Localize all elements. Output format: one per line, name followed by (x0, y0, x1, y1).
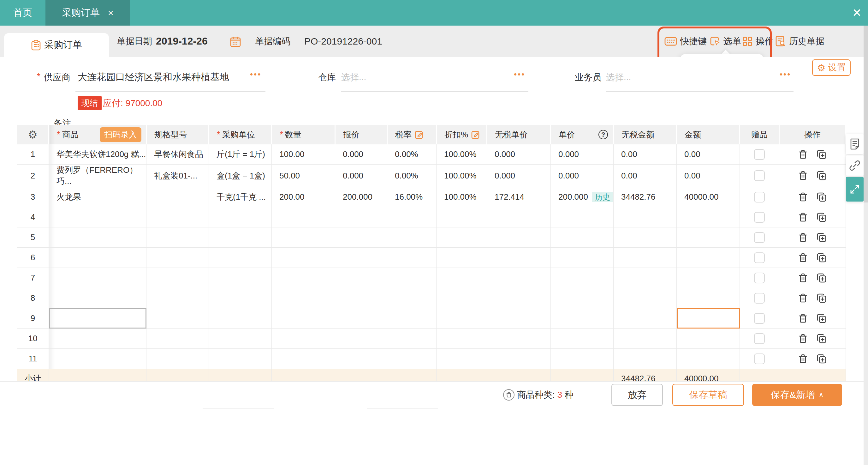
cell-product[interactable] (49, 207, 147, 228)
copy-row-button[interactable] (816, 333, 827, 344)
gift-checkbox[interactable] (754, 253, 765, 263)
cell-discount[interactable] (436, 328, 487, 349)
note-panel-button[interactable] (846, 134, 864, 154)
cell-qty[interactable] (272, 248, 335, 268)
cell-price[interactable] (551, 328, 614, 349)
cell-tax-free-amount[interactable]: 34482.76 (614, 187, 677, 207)
copy-row-button[interactable] (816, 253, 827, 263)
cell-price[interactable] (551, 248, 614, 268)
cell-qty[interactable] (272, 207, 335, 228)
shortcut-button[interactable]: 快捷键 (664, 26, 707, 57)
copy-row-button[interactable] (816, 192, 827, 202)
cell-tax-free-price[interactable] (487, 308, 551, 328)
cell-spec[interactable] (147, 328, 209, 349)
cell-tax-free-price[interactable] (487, 228, 551, 248)
history-price-badge[interactable]: 历史 (592, 192, 613, 202)
calendar-icon[interactable] (230, 36, 241, 48)
cell-discount[interactable] (436, 248, 487, 268)
cell-unit[interactable]: 斤(1斤 = 1斤) (209, 144, 272, 165)
cell-unit[interactable]: 千克(1千克 ... (209, 187, 272, 207)
column-settings-header[interactable]: ⚙ (17, 125, 49, 144)
cell-quote[interactable]: 0.000 (335, 144, 387, 165)
cell-discount[interactable] (436, 228, 487, 248)
warehouse-more-button[interactable]: ••• (514, 69, 525, 79)
cell-price[interactable]: 200.000历史 (551, 187, 614, 207)
cell-amount[interactable] (677, 248, 740, 268)
cell-price[interactable]: 0.000 (551, 144, 614, 165)
delete-row-button[interactable] (798, 333, 808, 344)
cell-qty[interactable] (272, 328, 335, 349)
copy-row-button[interactable] (816, 313, 827, 323)
gift-checkbox[interactable] (754, 313, 765, 324)
save-draft-button[interactable]: 保存草稿 (672, 384, 744, 406)
cell-quote[interactable]: 0.000 (335, 165, 387, 187)
cell-product[interactable]: 火龙果 (49, 187, 147, 207)
copy-row-button[interactable] (816, 293, 827, 303)
save-and-new-button[interactable]: 保存&新增 ∧ (752, 384, 842, 406)
gift-checkbox[interactable] (754, 149, 765, 160)
cell-unit[interactable] (209, 268, 272, 288)
delete-row-button[interactable] (798, 354, 808, 364)
cell-product[interactable] (49, 288, 147, 308)
cell-amount[interactable]: 0.00 (677, 144, 740, 165)
edit-icon[interactable] (471, 130, 480, 139)
cell-amount[interactable] (677, 349, 740, 369)
cell-qty[interactable]: 50.00 (272, 165, 335, 187)
cell-qty[interactable] (272, 268, 335, 288)
delete-row-button[interactable] (798, 149, 808, 159)
scrollbar-thumb[interactable] (864, 26, 868, 203)
cell-product[interactable] (49, 268, 147, 288)
gift-checkbox[interactable] (754, 232, 765, 243)
settings-button[interactable]: ⚙ 设置 (812, 59, 850, 76)
attachment-link-button[interactable] (846, 155, 864, 176)
cell-unit[interactable] (209, 308, 272, 328)
cell-discount[interactable]: 100.00% (436, 187, 487, 207)
copy-row-button[interactable] (816, 354, 827, 364)
delete-row-button[interactable] (798, 192, 808, 202)
expand-panel-button[interactable] (846, 177, 864, 202)
delete-row-button[interactable] (798, 293, 808, 303)
cell-spec[interactable] (147, 228, 209, 248)
cell-amount[interactable] (677, 308, 740, 328)
copy-row-button[interactable] (816, 171, 827, 181)
cell-tax-free-amount[interactable]: 0.00 (614, 165, 677, 187)
window-close-icon[interactable]: ✕ (852, 0, 862, 26)
copy-row-button[interactable] (816, 149, 827, 159)
cell-quote[interactable] (335, 207, 387, 228)
cell-product[interactable] (49, 248, 147, 268)
cell-tax-free-amount[interactable] (614, 349, 677, 369)
cell-tax-free-price[interactable] (487, 248, 551, 268)
help-icon[interactable]: ? (598, 130, 608, 139)
warehouse-input[interactable]: 选择... (341, 71, 366, 83)
cell-discount[interactable] (436, 268, 487, 288)
cell-tax-rate[interactable] (387, 328, 436, 349)
cell-quote[interactable] (335, 349, 387, 369)
gift-checkbox[interactable] (754, 272, 765, 283)
doc-type-tab[interactable]: 采购订单 (4, 33, 109, 57)
cell-spec[interactable] (147, 288, 209, 308)
cell-qty[interactable] (272, 288, 335, 308)
cell-quote[interactable]: 200.000 (335, 187, 387, 207)
cell-discount[interactable] (436, 288, 487, 308)
action-button[interactable]: 操作 (742, 26, 773, 57)
cell-spec[interactable] (147, 187, 209, 207)
cancel-button[interactable]: 放弃 (611, 384, 663, 406)
cell-tax-free-amount[interactable] (614, 328, 677, 349)
cell-discount[interactable] (436, 308, 487, 328)
cell-tax-rate[interactable] (387, 228, 436, 248)
salesman-more-button[interactable]: ••• (780, 69, 791, 79)
cell-tax-free-price[interactable]: 0.000 (487, 165, 551, 187)
gift-checkbox[interactable] (754, 353, 765, 364)
cell-unit[interactable] (209, 207, 272, 228)
cell-tax-rate[interactable]: 16.00% (387, 187, 436, 207)
cell-tax-rate[interactable] (387, 207, 436, 228)
cell-price[interactable] (551, 268, 614, 288)
cell-qty[interactable]: 100.00 (272, 144, 335, 165)
scan-entry-badge[interactable]: 扫码录入 (100, 127, 142, 142)
tab-home[interactable]: 首页 (0, 0, 45, 26)
cell-unit[interactable] (209, 248, 272, 268)
cell-spec[interactable] (147, 207, 209, 228)
cell-tax-rate[interactable]: 0.00% (387, 144, 436, 165)
cell-discount[interactable]: 100.00% (436, 144, 487, 165)
cell-amount[interactable] (677, 328, 740, 349)
